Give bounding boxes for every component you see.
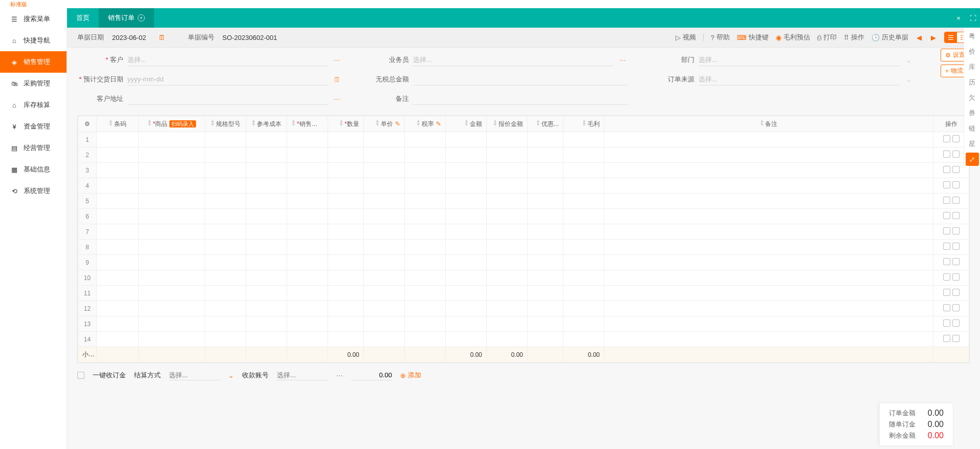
delete-row-icon[interactable] xyxy=(943,319,950,327)
rail-item-4[interactable]: 欠 xyxy=(966,91,979,104)
col-unit[interactable]: ▲▼*销售单位 xyxy=(287,116,328,132)
col-spec[interactable]: ▲▼规格型号 xyxy=(205,116,246,132)
col-tax[interactable]: ▲▼税率✎ xyxy=(405,116,446,132)
sidebar-item-sales[interactable]: ◈ 销售管理 xyxy=(0,51,67,73)
copy-row-icon[interactable] xyxy=(952,289,960,296)
ellipsis-icon[interactable]: ⋯ xyxy=(336,372,343,379)
col-price[interactable]: ▲▼单价✎ xyxy=(364,116,405,132)
copy-row-icon[interactable] xyxy=(952,258,960,265)
table-row[interactable]: 9 xyxy=(78,255,969,270)
tab-home[interactable]: 首页 xyxy=(67,8,99,28)
rail-item-0[interactable]: 粤 xyxy=(966,30,979,43)
sidebar-item-funds[interactable]: ¥ 资金管理 xyxy=(0,116,67,137)
col-discount[interactable]: ▲▼优惠... xyxy=(528,116,563,132)
rail-item-1[interactable]: 价 xyxy=(966,45,979,58)
sidebar-item-operation[interactable]: ▤ 经营管理 xyxy=(0,137,67,159)
copy-row-icon[interactable] xyxy=(952,304,960,311)
profit-link[interactable]: ◉毛利预估 xyxy=(776,33,810,42)
table-row[interactable]: 6 xyxy=(78,209,969,224)
rail-item-7[interactable]: 星 xyxy=(966,137,979,151)
delete-row-icon[interactable] xyxy=(943,135,950,142)
view-list-button[interactable]: ☰ xyxy=(945,32,957,42)
calendar-icon[interactable]: 🗓 xyxy=(332,76,342,83)
customer-input[interactable] xyxy=(127,54,328,66)
delete-row-icon[interactable] xyxy=(943,166,950,173)
table-row[interactable]: 1 xyxy=(78,132,969,147)
delete-row-icon[interactable] xyxy=(943,212,950,219)
copy-row-icon[interactable] xyxy=(952,166,960,173)
edit-icon[interactable]: ✎ xyxy=(395,120,400,127)
customer-addr-input[interactable] xyxy=(127,93,328,105)
sidebar-item-search[interactable]: ☰ 搜索菜单 xyxy=(0,8,67,30)
shortcut-link[interactable]: ⌨快捷键 xyxy=(737,33,769,42)
copy-row-icon[interactable] xyxy=(952,319,960,327)
close-icon[interactable]: × xyxy=(138,14,145,22)
col-qty[interactable]: ▲▼*数量 xyxy=(328,116,364,132)
rail-item-3[interactable]: 历 xyxy=(966,76,979,89)
delete-row-icon[interactable] xyxy=(943,243,950,250)
copy-row-icon[interactable] xyxy=(952,181,960,188)
delete-row-icon[interactable] xyxy=(943,273,950,281)
copy-row-icon[interactable] xyxy=(952,335,960,342)
method-select[interactable] xyxy=(169,370,220,380)
table-row[interactable]: 13 xyxy=(78,316,969,332)
deposit-amount-input[interactable] xyxy=(351,370,392,380)
col-remark[interactable]: ▲▼备注 xyxy=(604,116,933,132)
rail-item-6[interactable]: 链 xyxy=(966,122,979,135)
operate-link[interactable]: ⠿操作 xyxy=(844,33,864,42)
one-click-checkbox[interactable] xyxy=(77,372,84,379)
ellipsis-icon[interactable]: ⋯ xyxy=(332,95,342,103)
delete-row-icon[interactable] xyxy=(943,335,950,342)
table-row[interactable]: 14 xyxy=(78,332,969,347)
chevron-down-icon[interactable]: ⌄ xyxy=(228,372,234,379)
copy-row-icon[interactable] xyxy=(952,135,960,142)
salesman-input[interactable] xyxy=(413,54,613,66)
print-link[interactable]: ⎙打印 xyxy=(817,33,837,42)
sidebar-item-inventory[interactable]: ⌂ 库存核算 xyxy=(0,94,67,116)
video-link[interactable]: ▷视频 xyxy=(676,33,696,42)
copy-row-icon[interactable] xyxy=(952,197,960,204)
col-barcode[interactable]: ▲▼条码 xyxy=(97,116,139,132)
scan-badge[interactable]: 扫码录入 xyxy=(169,120,196,127)
sidebar-item-quicknav[interactable]: ⌂ 快捷导航 xyxy=(0,30,67,51)
history-link[interactable]: 🕓历史单据 xyxy=(872,33,908,42)
col-profit[interactable]: ▲▼毛利 xyxy=(563,116,604,132)
sidebar-item-system[interactable]: ⟲ 系统管理 xyxy=(0,180,67,202)
copy-row-icon[interactable] xyxy=(952,227,960,234)
copy-row-icon[interactable] xyxy=(952,243,960,250)
delete-row-icon[interactable] xyxy=(943,289,950,296)
sidebar-item-purchase[interactable]: 🛍 采购管理 xyxy=(0,73,67,94)
edit-icon[interactable]: ✎ xyxy=(436,120,441,127)
rail-item-2[interactable]: 库 xyxy=(966,60,979,74)
next-doc-button[interactable]: ▶ xyxy=(930,34,937,41)
add-settlement-button[interactable]: ⊕添加 xyxy=(400,371,421,380)
col-amount[interactable]: ▲▼金额 xyxy=(446,116,487,132)
delete-row-icon[interactable] xyxy=(943,304,950,311)
delete-row-icon[interactable] xyxy=(943,181,950,188)
copy-row-icon[interactable] xyxy=(952,212,960,219)
fullscreen-button[interactable]: ⛶ xyxy=(966,8,980,28)
chevron-down-icon[interactable]: ⌄ xyxy=(904,56,913,64)
ellipsis-icon[interactable]: ⋯ xyxy=(332,56,342,64)
table-row[interactable]: 3 xyxy=(78,163,969,178)
calendar-icon[interactable]: 🗓 xyxy=(159,34,165,41)
delete-row-icon[interactable] xyxy=(943,197,950,204)
order-source-input[interactable] xyxy=(699,73,900,85)
table-row[interactable]: 7 xyxy=(78,224,969,240)
delete-row-icon[interactable] xyxy=(943,258,950,265)
dept-input[interactable] xyxy=(699,54,900,66)
copy-row-icon[interactable] xyxy=(952,273,960,281)
notax-total-input[interactable] xyxy=(413,73,628,85)
doc-date-value[interactable]: 2023-06-02 xyxy=(112,34,146,41)
delivery-date-input[interactable] xyxy=(127,73,328,85)
col-gear[interactable]: ⚙ xyxy=(78,116,97,132)
col-product[interactable]: ▲▼*商品扫码录入 xyxy=(139,116,205,132)
col-refcost[interactable]: ▲▼参考成本 xyxy=(246,116,287,132)
copy-row-icon[interactable] xyxy=(952,151,960,158)
tab-sales-order[interactable]: 销售订单 × xyxy=(99,8,154,28)
help-link[interactable]: ?帮助 xyxy=(711,33,730,42)
table-row[interactable]: 2 xyxy=(78,147,969,163)
col-quote[interactable]: ▲▼报价金额 xyxy=(487,116,528,132)
tab-close-all-button[interactable]: × xyxy=(951,8,966,28)
delete-row-icon[interactable] xyxy=(943,227,950,234)
